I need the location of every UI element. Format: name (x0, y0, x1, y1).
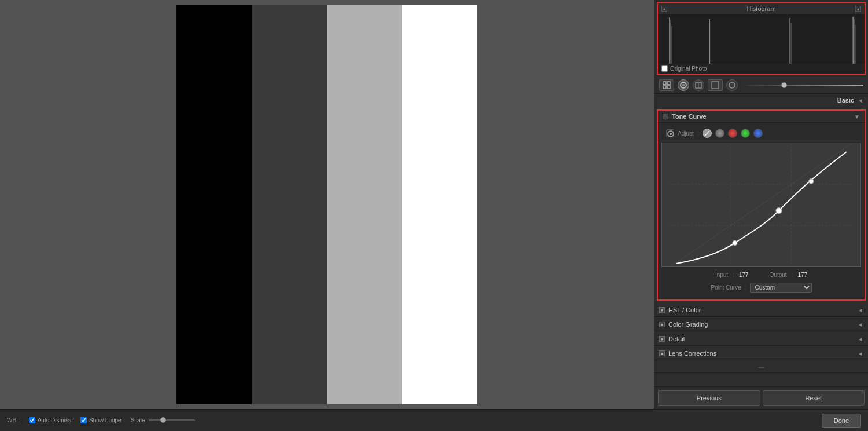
svg-point-21 (670, 133, 672, 135)
tone-curve-header: Tone Curve ▼ (658, 111, 865, 123)
cg-toggle[interactable]: ■ (659, 322, 665, 327)
tc-collapse-icon: ▼ (854, 114, 860, 120)
show-loupe-group: Show Loupe (80, 417, 122, 423)
channel-btn-rgb[interactable] (715, 129, 724, 138)
lc-collapse-icon: ◄ (858, 350, 863, 357)
histogram-title: Histogram (746, 5, 775, 12)
auto-dismiss-checkbox[interactable] (29, 417, 35, 423)
cg-collapse-icon: ◄ (858, 322, 863, 328)
svg-rect-18 (712, 82, 719, 89)
svg-rect-12 (663, 86, 666, 89)
strip-black (176, 5, 252, 404)
wb-label: WB : (7, 417, 20, 423)
detail-collapse-icon: ◄ (858, 336, 863, 342)
detail-toggle[interactable]: ■ (659, 336, 665, 342)
original-photo-label: Original Photo (670, 65, 707, 72)
reset-button[interactable]: Reset (763, 390, 865, 406)
previous-button[interactable]: Previous (658, 390, 760, 406)
hsl-color-title: HSL / Color (668, 306, 701, 313)
exposure-slider-handle[interactable] (781, 82, 787, 88)
survey-tool-btn[interactable] (708, 79, 723, 91)
lens-corrections-left: ■ Lens Corrections (659, 350, 716, 357)
histogram-svg (658, 14, 865, 64)
histogram-header: ▲ Histogram ▲ (658, 3, 865, 14)
color-grading-section[interactable]: ■ Color Grading ◄ (654, 318, 868, 331)
strip-light-gray (327, 5, 402, 404)
tone-curve-section: Tone Curve ▼ Adjust : (657, 109, 866, 301)
curve-svg (662, 143, 860, 266)
output-value: 177 (797, 272, 807, 278)
scale-slider[interactable] (149, 419, 195, 421)
lens-corrections-section[interactable]: ■ Lens Corrections ◄ (654, 347, 868, 360)
svg-rect-13 (667, 86, 670, 89)
compare-tool-btn[interactable] (693, 79, 704, 91)
color-grading-left: ■ Color Grading (659, 321, 708, 328)
scale-label: Scale (131, 417, 145, 423)
svg-point-28 (733, 240, 737, 245)
lc-toggle[interactable]: ■ (659, 350, 665, 356)
grid-tool-btn[interactable] (659, 79, 674, 91)
svg-point-29 (776, 208, 782, 214)
adjust-label: Adjust (678, 130, 694, 137)
scale-slider-handle[interactable] (160, 417, 166, 423)
input-label: Input (715, 272, 728, 278)
colon: : (697, 130, 699, 137)
original-photo-checkbox[interactable] (661, 65, 668, 72)
auto-dismiss-label: Auto Dismiss (38, 417, 71, 423)
channel-btn-green[interactable] (741, 129, 750, 138)
hsl-color-left: ■ HSL / Color (659, 306, 701, 313)
svg-point-19 (729, 82, 735, 88)
basic-section-title: Basic (837, 97, 854, 104)
exposure-slider[interactable] (746, 85, 863, 86)
channel-btn-blue[interactable] (753, 129, 763, 138)
hsl-color-section[interactable]: ■ HSL / Color ◄ (654, 304, 868, 317)
tc-target-btn[interactable] (666, 129, 674, 137)
channel-btn-white[interactable] (703, 129, 712, 138)
separator-dash: — (758, 363, 764, 370)
hsl-collapse-icon: ◄ (858, 307, 863, 313)
histogram-right-arrow[interactable]: ▲ (855, 6, 861, 12)
slideshow-tool-btn[interactable] (726, 79, 738, 91)
color-grading-title: Color Grading (668, 321, 708, 328)
hsl-toggle[interactable]: ■ (659, 307, 665, 313)
tc-toggle[interactable] (663, 114, 668, 119)
histogram-left-arrow[interactable]: ▲ (661, 6, 667, 12)
tc-header-left: Tone Curve (663, 113, 707, 120)
show-loupe-checkbox[interactable] (80, 417, 87, 423)
svg-point-15 (682, 84, 685, 86)
svg-line-27 (670, 143, 852, 266)
input-output-row: Input : 177 Output : 177 (661, 269, 861, 280)
detail-title: Detail (668, 335, 685, 342)
basic-section[interactable]: Basic ◄ (654, 94, 868, 107)
loupe-tool-btn[interactable] (678, 79, 689, 91)
detail-left: ■ Detail (659, 335, 685, 342)
basic-collapse-icon: ◄ (858, 97, 863, 104)
strip-dark-gray (252, 5, 327, 404)
input-value: 177 (739, 272, 749, 278)
tc-title: Tone Curve (672, 113, 707, 120)
detail-section[interactable]: ■ Detail ◄ (654, 333, 868, 346)
svg-point-30 (809, 179, 814, 184)
colon3: : (745, 284, 746, 291)
histogram-bottom: Original Photo (658, 64, 865, 74)
done-button[interactable]: Done (822, 414, 861, 428)
image-canvas (176, 5, 477, 404)
svg-rect-10 (663, 82, 666, 85)
panel-bottom-buttons: Previous Reset (654, 386, 868, 409)
point-curve-select[interactable]: Custom Linear Medium Contrast Strong Con… (750, 283, 812, 293)
point-curve-row: Point Curve : Custom Linear Medium Contr… (661, 280, 861, 296)
colon1: : (733, 272, 734, 278)
panel-separator: — (654, 361, 868, 373)
strip-white (402, 5, 477, 404)
right-panel: ▲ Histogram ▲ (654, 0, 868, 409)
auto-dismiss-group: Auto Dismiss (29, 417, 71, 423)
image-area (0, 0, 654, 409)
channel-btn-red[interactable] (728, 129, 737, 138)
svg-line-22 (705, 131, 709, 136)
histogram-section: ▲ Histogram ▲ (657, 2, 866, 75)
colon2: : (792, 272, 793, 278)
toolbar-row (654, 77, 868, 94)
curve-graph[interactable] (661, 143, 861, 267)
main-area: ▲ Histogram ▲ (0, 0, 868, 409)
histogram-graph (658, 14, 865, 64)
